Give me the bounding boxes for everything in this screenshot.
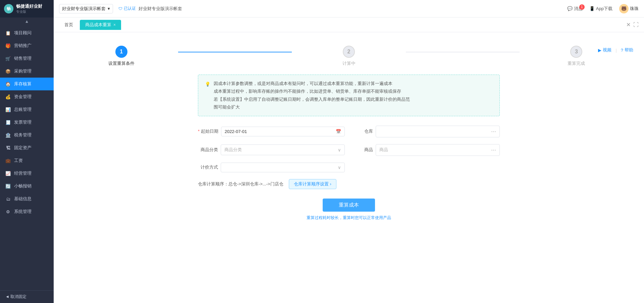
shield-icon: 🛡	[118, 6, 122, 11]
step-3-num: 3	[575, 49, 578, 55]
inventory-icon: 🏠	[5, 81, 11, 87]
sidebar-scroll-up[interactable]: ▲	[0, 17, 54, 25]
start-date-input[interactable]: 2022-07-01 📅	[221, 127, 345, 136]
recalc-btn[interactable]: 重算成本	[323, 199, 375, 212]
sidebar-item-label: 发票管理	[14, 119, 32, 125]
sidebar-item-sales[interactable]: 🛒 销售管理	[0, 52, 54, 65]
step-line-1	[178, 52, 292, 52]
sidebar-item-inventory[interactable]: 🏠 库存核算	[0, 78, 54, 90]
pricing-dropdown[interactable]: ∨	[221, 163, 345, 172]
warehouse-label: 仓库	[353, 128, 373, 134]
video-btn[interactable]: ▶ 视频	[598, 47, 611, 53]
category-dropdown[interactable]: 商品分类 ∨	[221, 144, 345, 155]
notice-line4: 围可能会扩大	[214, 103, 410, 111]
warehouse-ellipsis-btn[interactable]: ···	[491, 128, 496, 135]
verified-label: 已认证	[124, 6, 136, 11]
sidebar-item-basic[interactable]: 🗂 基础信息	[0, 192, 54, 205]
app-download-label: App下载	[596, 6, 612, 12]
help-btn-label: 帮助	[625, 47, 633, 53]
message-action[interactable]: 💬 消息 1	[567, 6, 583, 12]
tab-active-label: 商品成本重算	[85, 22, 111, 28]
warehouse-order-row: 仓库计算顺序：总仓->深圳仓库->...->门店仓 仓库计算顺序设置 ›	[198, 179, 500, 189]
expense-icon: 🔄	[5, 183, 11, 189]
help-btn[interactable]: ? 帮助	[621, 47, 633, 53]
notice-box: 💡 因成本计算参数调整，或是对商品成本有疑问时，可以通过成本重算功能，重新计算一…	[198, 75, 500, 116]
sidebar-item-label: 资金管理	[14, 94, 32, 100]
video-btn-label: 视频	[603, 47, 611, 53]
sidebar-item-label: 库存核算	[14, 81, 32, 87]
step-3-label: 重算完成	[568, 60, 585, 67]
verified-badge: 🛡 已认证	[118, 6, 136, 11]
notice-line1: 因成本计算参数调整，或是对商品成本有疑问时，可以通过成本重算功能，重新计算一遍成…	[214, 80, 410, 87]
step-3-circle: 3	[570, 46, 582, 58]
sidebar-item-tax[interactable]: 🏦 税务管理	[0, 129, 54, 141]
maximize-window-btn[interactable]: ⛶	[633, 22, 639, 28]
sidebar-item-expense[interactable]: 🔄 小畅报销	[0, 180, 54, 192]
form-row-1: 起始日期 2022-07-01 📅 仓库 ···	[198, 126, 500, 137]
sidebar-item-purchase[interactable]: 📦 采购管理	[0, 65, 54, 78]
sidebar-item-label: 系统管理	[14, 209, 32, 215]
sidebar-item-payroll[interactable]: 💼 工资	[0, 154, 54, 167]
message-badge: 1	[579, 4, 585, 10]
sidebar-item-label: 基础信息	[14, 196, 32, 202]
close-window-btn[interactable]: ✕	[626, 21, 631, 28]
sidebar-item-operations[interactable]: 📈 经营管理	[0, 167, 54, 180]
warehouse-order-btn[interactable]: 仓库计算顺序设置 ›	[289, 179, 336, 189]
app-download-action[interactable]: 📱 App下载	[589, 6, 612, 12]
notice-line2: 成本重算过程中，影响库存账的操作均不能操作，比如进货单、销货单、库存单据不能审核…	[214, 87, 410, 95]
step-1-circle: 1	[115, 46, 127, 58]
chevron-down-icon: ▾	[108, 6, 110, 11]
notice-line3: 若【系统设置】中启用了自动调整记账日期时，会调整入库单的整单记账日期，因此重新计…	[214, 95, 410, 103]
sidebar-item-project[interactable]: 📋 项目顾问	[0, 27, 54, 39]
arrow-right-icon: ›	[330, 181, 331, 186]
tab-cost-recalc[interactable]: 商品成本重算 ×	[80, 20, 121, 30]
account-selector[interactable]: 好业财专业版演示帐套 ▾	[59, 4, 113, 13]
step-2-num: 2	[347, 49, 351, 55]
sidebar-item-accounting[interactable]: 📊 总账管理	[0, 103, 54, 116]
product-input[interactable]: 商品 ···	[376, 144, 500, 156]
app-logo-icon: 畅	[4, 4, 13, 13]
warehouse-input[interactable]: ···	[376, 126, 500, 137]
product-label: 商品	[353, 147, 373, 153]
step-2-circle: 2	[343, 46, 355, 58]
sidebar-title: 畅捷通好业财 专业版	[16, 3, 42, 14]
tab-home[interactable]: 首页	[59, 20, 78, 30]
sidebar-item-finance[interactable]: 💰 资金管理	[0, 90, 54, 103]
sidebar-item-marketing[interactable]: 🎁 营销推广	[0, 39, 54, 52]
play-icon: ▶	[598, 48, 601, 53]
tax-icon: 🏦	[5, 132, 11, 138]
operations-icon: 📈	[5, 171, 11, 176]
sidebar-item-label: 工资	[14, 158, 23, 164]
account-display-name: 好业财专业版演示帐套	[139, 6, 182, 12]
sidebar-app-name: 畅捷通好业财	[16, 3, 42, 9]
tabs-bar: 首页 商品成本重算 × ✕ ⛶	[54, 17, 644, 32]
divider: |	[615, 48, 616, 53]
category-field: 商品分类 商品分类 ∨	[198, 144, 345, 155]
start-date-label: 起始日期	[198, 128, 218, 134]
chevron-down-icon: ∨	[338, 147, 341, 153]
avatar: 🐻	[619, 4, 629, 13]
warehouse-field: 仓库 ···	[353, 126, 500, 137]
steps-container: 1 设置重算条件 2 计算中 3 重算完成 ▶	[64, 40, 633, 75]
sidebar-item-system[interactable]: ⚙ 系统管理	[0, 205, 54, 218]
sidebar-item-label: 总账管理	[14, 106, 32, 113]
sidebar-footer-label: ◄ 取消固定	[5, 294, 26, 300]
sidebar-edition: 专业版	[16, 9, 42, 14]
invoice-icon: 🧾	[5, 120, 11, 125]
sidebar-header: 畅 畅捷通好业财 专业版	[0, 0, 54, 17]
tab-close-btn[interactable]: ×	[113, 23, 116, 27]
user-name: 珠珠	[630, 6, 639, 12]
user-profile[interactable]: 🐻 珠珠	[619, 4, 639, 13]
sidebar-item-assets[interactable]: 🏗 固定资产	[0, 141, 54, 154]
sidebar-item-label: 小畅报销	[14, 183, 32, 189]
product-ellipsis-btn[interactable]: ···	[491, 146, 496, 154]
tab-home-label: 首页	[64, 22, 73, 28]
sidebar-item-label: 营销推广	[14, 43, 32, 49]
sidebar-item-invoice[interactable]: 🧾 发票管理	[0, 116, 54, 129]
step-2: 2 计算中	[292, 46, 406, 67]
chevron-down-icon: ∨	[338, 165, 341, 170]
form-row-2: 商品分类 商品分类 ∨ 商品 商品 ···	[198, 144, 500, 156]
message-icon: 💬	[567, 6, 573, 11]
finance-icon: 💰	[5, 94, 11, 99]
sidebar-unpin-btn[interactable]: ◄ 取消固定	[0, 290, 54, 303]
